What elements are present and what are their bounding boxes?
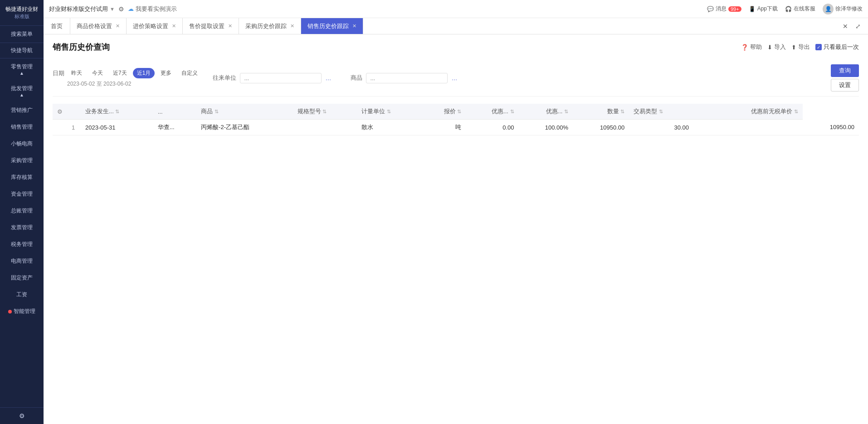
messages-btn[interactable]: 💬 消息 99+ <box>707 5 741 13</box>
help-icon: ❓ <box>741 44 748 51</box>
tab-price-settings-close[interactable]: ✕ <box>116 23 120 29</box>
table-header-row: ⚙ 业务发生... ⇅ ... 商品 ⇅ <box>53 104 859 120</box>
topbar-settings-icon[interactable]: ⚙ <box>118 5 124 13</box>
only-last-checkbox[interactable] <box>815 44 822 50</box>
row-discount-pct: 100.00% <box>519 120 573 135</box>
sidebar-item-assets[interactable]: 固定资产 <box>0 270 44 286</box>
online-service-btn[interactable]: 🎧 在线客服 <box>785 5 815 13</box>
topbar-demo-link[interactable]: ☁ 我要看实例演示 <box>128 5 177 13</box>
row-settings[interactable] <box>53 120 67 135</box>
col-trade-type[interactable]: 交易类型 ⇅ <box>629 104 693 120</box>
tab-sale-history[interactable]: 销售历史价跟踪 ✕ <box>301 18 363 34</box>
tab-price-settings[interactable]: 商品价格设置 ✕ <box>70 18 127 34</box>
col-discount-val[interactable]: 优惠... ⇅ <box>519 104 573 120</box>
cloud-icon: ☁ <box>128 5 134 12</box>
col-price[interactable]: 报价 ⇅ <box>421 104 466 120</box>
query-button[interactable]: 查询 <box>831 64 859 77</box>
sort-product-icon[interactable]: ⇅ <box>215 109 219 114</box>
sidebar-item-ledger[interactable]: 总账管理 <box>0 202 44 219</box>
unit-filter-label: 往来单位 <box>213 74 236 82</box>
sort-price-icon[interactable]: ⇅ <box>457 109 461 114</box>
sort-discount-pct-icon[interactable]: ⇅ <box>510 109 514 114</box>
col-product[interactable]: 商品 ⇅ <box>196 104 293 120</box>
unit-more-btn[interactable]: … <box>325 75 331 82</box>
date-btn-today[interactable]: 今天 <box>88 68 107 78</box>
tab-home[interactable]: 首页 <box>44 18 70 34</box>
tab-purchase-history[interactable]: 采购历史价跟踪 ✕ <box>239 18 301 34</box>
col-pretax-price[interactable]: 优惠前无税单价 ⇅ <box>709 104 803 120</box>
row-price: 0.00 <box>466 120 518 135</box>
sidebar-search[interactable]: 搜索菜单 <box>0 26 44 43</box>
user-menu-btn[interactable]: 👤 徐泽华修改 <box>823 4 863 14</box>
message-icon: 💬 <box>707 6 714 12</box>
help-link[interactable]: ❓ 帮助 <box>741 43 762 51</box>
col-spacer <box>693 104 708 120</box>
tab-purchase-strategy-close[interactable]: ✕ <box>172 23 176 29</box>
sidebar-item-smart[interactable]: 智能管理 <box>0 303 44 320</box>
tab-sale-extract-close[interactable]: ✕ <box>228 23 232 29</box>
col-more[interactable]: ... <box>153 104 196 120</box>
sidebar-item-ecommerce[interactable]: 电商管理 <box>0 253 44 270</box>
sidebar-item-invoice[interactable]: 发票管理 <box>0 219 44 236</box>
filter-settings-button[interactable]: 设置 <box>831 79 859 92</box>
date-btn-7days[interactable]: 近7天 <box>109 68 131 78</box>
col-unit[interactable]: 计量单位 ⇅ <box>357 104 421 120</box>
col-spec[interactable]: 规格型号 ⇅ <box>293 104 357 120</box>
row-quantity: 30.00 <box>629 120 693 135</box>
sidebar-item-sales[interactable]: 销售管理 <box>0 119 44 135</box>
import-link[interactable]: ⬇ 导入 <box>767 43 786 51</box>
topbar: 好业财标准版交付试用 ▼ ⚙ ☁ 我要看实例演示 💬 消息 99+ 📱 App下… <box>44 0 868 18</box>
table-row[interactable]: 1 2023-05-31 华查... 丙烯酸-2-乙基己酯 散水 吨 0.00 … <box>53 120 859 135</box>
row-discount-val: 10950.00 <box>573 120 629 135</box>
sort-discount-val-icon[interactable]: ⇅ <box>564 109 568 114</box>
row-trade-type <box>693 120 708 135</box>
tab-expand-btn[interactable]: ⤢ <box>852 20 864 33</box>
col-discount-pct[interactable]: 优惠... ⇅ <box>466 104 518 120</box>
sort-quantity-icon[interactable]: ⇅ <box>620 109 624 114</box>
sort-pretax-icon[interactable]: ⇅ <box>794 109 798 114</box>
product-filter-label: 商品 <box>351 74 362 82</box>
sidebar-item-wholesale[interactable]: 批发管理 ▲ <box>0 80 44 102</box>
only-last-checkbox-label[interactable]: 只看最后一次 <box>815 43 859 51</box>
sort-spec-icon[interactable]: ⇅ <box>322 109 327 114</box>
sidebar-settings-btn[interactable]: ⚙ <box>0 408 44 424</box>
smart-dot <box>8 310 12 313</box>
sidebar-item-retail[interactable]: 零售管理 ▲ <box>0 58 44 80</box>
topbar-app-selector[interactable]: 好业财标准版交付试用 ▼ <box>49 5 115 13</box>
tab-close-all-btn[interactable]: ✕ <box>839 20 852 33</box>
product-more-btn[interactable]: … <box>451 75 457 82</box>
date-btn-more[interactable]: 更多 <box>156 68 176 78</box>
col-quantity[interactable]: 数量 ⇅ <box>573 104 629 120</box>
sidebar-item-payroll[interactable]: 工资 <box>0 286 44 303</box>
sidebar-item-xiaochangec[interactable]: 小畅电商 <box>0 135 44 152</box>
sidebar-item-tax[interactable]: 税务管理 <box>0 236 44 253</box>
sidebar-item-inventory[interactable]: 库存核算 <box>0 169 44 186</box>
col-settings[interactable]: ⚙ <box>53 104 67 120</box>
sidebar-item-finance[interactable]: 资金管理 <box>0 186 44 202</box>
page: 销售历史价查询 ❓ 帮助 ⬇ 导入 ⬆ 导出 <box>44 34 868 424</box>
col-rownum <box>67 104 81 120</box>
date-btn-custom[interactable]: 自定义 <box>177 68 202 78</box>
retail-arrow: ▲ <box>20 71 24 76</box>
col-date[interactable]: 业务发生... ⇅ <box>81 104 153 120</box>
sidebar-item-purchase[interactable]: 采购管理 <box>0 152 44 169</box>
sidebar-item-marketing[interactable]: 营销推广 <box>0 102 44 119</box>
tab-purchase-history-close[interactable]: ✕ <box>290 23 294 29</box>
row-unit: 散水 <box>357 120 421 135</box>
tab-sale-history-close[interactable]: ✕ <box>352 23 356 29</box>
tab-purchase-strategy[interactable]: 进价策略设置 ✕ <box>127 18 183 34</box>
phone-icon: 📱 <box>749 6 756 12</box>
sort-unit-icon[interactable]: ⇅ <box>387 109 391 114</box>
unit-filter-input[interactable] <box>240 73 322 83</box>
date-btn-1month[interactable]: 近1月 <box>133 68 155 78</box>
row-product: 丙烯酸-2-乙基己酯 <box>196 120 293 135</box>
app-download-btn[interactable]: 📱 App下载 <box>749 5 778 13</box>
dropdown-arrow-icon[interactable]: ▼ <box>110 6 115 12</box>
date-btn-yesterday[interactable]: 昨天 <box>67 68 86 78</box>
export-link[interactable]: ⬆ 导出 <box>791 43 810 51</box>
tab-sale-extract[interactable]: 售价提取设置 ✕ <box>183 18 239 34</box>
product-filter-input[interactable] <box>366 73 448 83</box>
sort-trade-type-icon[interactable]: ⇅ <box>659 109 663 114</box>
sort-date-icon[interactable]: ⇅ <box>115 109 119 114</box>
sidebar-quicknav[interactable]: 快捷导航 <box>0 43 44 58</box>
